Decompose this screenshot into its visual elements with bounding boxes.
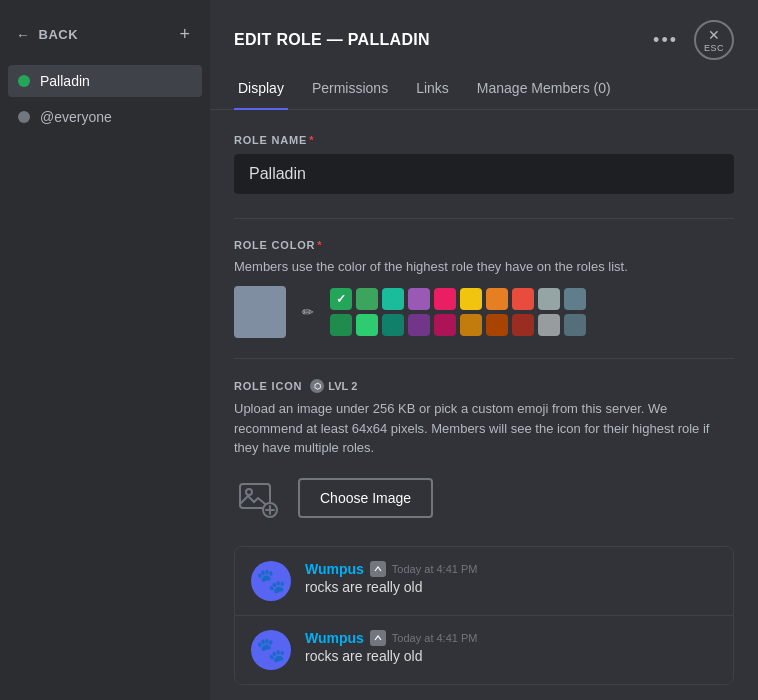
message-header-1: Wumpus Today at 4:41 PM [305,561,717,577]
page-title: EDIT ROLE — PALLADIN [234,31,430,49]
role-icon-badge [373,564,383,574]
role-icon-row: Choose Image [234,474,734,522]
wumpus-avatar-icon: 🐾 [256,567,286,595]
close-button[interactable]: ✕ ESC [694,20,734,60]
color-swatch-dark-blue-gray[interactable] [564,314,586,336]
role-icon-badge-2 [373,633,383,643]
color-swatch[interactable] [234,286,286,338]
color-swatch-dark-teal[interactable] [382,314,404,336]
color-swatch-light-green[interactable] [356,314,378,336]
role-icon-description: Upload an image under 256 KB or pick a c… [234,399,734,458]
avatar-1: 🐾 [251,561,291,601]
color-swatch-green-check[interactable] [330,288,352,310]
svg-rect-6 [373,633,383,643]
message-role-icon-2 [370,630,386,646]
role-name-label: ROLE NAME* [234,134,734,146]
divider-2 [234,358,734,359]
color-swatch-green[interactable] [356,288,378,310]
svg-point-1 [246,489,252,495]
sidebar-item-label: @everyone [40,109,112,125]
color-swatch-dark-red[interactable] [512,314,534,336]
content-area: ROLE NAME* ROLE COLOR* Members use the c… [210,110,758,700]
role-icon-section: ROLE ICON ⬡ LVL 2 Upload an image under … [234,379,734,522]
header-actions: ••• ✕ ESC [649,20,734,60]
color-swatch-orange[interactable] [486,288,508,310]
role-color-dot [18,111,30,123]
role-color-section: ROLE COLOR* Members use the color of the… [234,239,734,338]
sidebar-item-everyone[interactable]: @everyone [8,101,202,133]
esc-label: ESC [704,43,724,53]
sidebar-item-label: Palladin [40,73,90,89]
role-name-input[interactable] [234,154,734,194]
svg-rect-5 [373,564,383,574]
main-header: EDIT ROLE — PALLADIN ••• ✕ ESC [210,0,758,60]
color-swatch-dark-green[interactable] [330,314,352,336]
color-pencil-button[interactable]: ✏ [298,300,318,324]
message-username-1: Wumpus [305,561,364,577]
main-panel: EDIT ROLE — PALLADIN ••• ✕ ESC Display P… [210,0,758,700]
message-body-1: Wumpus Today at 4:41 PM rocks are really… [305,561,717,595]
color-row-2 [330,314,586,336]
color-swatch-dark-yellow[interactable] [460,314,482,336]
color-swatch-blue-gray[interactable] [564,288,586,310]
lvl-badge: ⬡ LVL 2 [310,379,357,393]
tab-permissions[interactable]: Permissions [308,68,392,110]
message-username-2: Wumpus [305,630,364,646]
wumpus-avatar-icon-2: 🐾 [256,636,286,664]
message-content-1: rocks are really old [305,579,717,595]
close-x-icon: ✕ [708,28,720,42]
sidebar-item-palladin[interactable]: Palladin [8,65,202,97]
color-grid [330,288,586,336]
message-item-2: 🐾 Wumpus Today at 4:41 PM [235,615,733,684]
preview-messages-container: 🐾 Wumpus Today at 4:41 PM [234,546,734,685]
divider [234,218,734,219]
role-color-dot [18,75,30,87]
sidebar: ← BACK + Palladin @everyone [0,0,210,700]
color-picker-row: ✏ [234,286,734,338]
color-swatch-dark-pink[interactable] [434,314,456,336]
message-timestamp-1: Today at 4:41 PM [392,563,478,575]
color-swatch-pink[interactable] [434,288,456,310]
tab-links[interactable]: Links [412,68,453,110]
message-header-2: Wumpus Today at 4:41 PM [305,630,717,646]
message-role-icon-1 [370,561,386,577]
role-color-label: ROLE COLOR* [234,239,734,251]
lvl-label: LVL 2 [328,380,357,392]
image-placeholder-button[interactable] [234,474,282,522]
lvl-icon: ⬡ [310,379,324,393]
color-swatch-teal[interactable] [382,288,404,310]
color-swatch-yellow[interactable] [460,288,482,310]
choose-image-button[interactable]: Choose Image [298,478,433,518]
color-swatch-red[interactable] [512,288,534,310]
message-item-1: 🐾 Wumpus Today at 4:41 PM [235,547,733,615]
tab-display[interactable]: Display [234,68,288,110]
image-add-icon [238,478,278,518]
tab-bar: Display Permissions Links Manage Members… [210,68,758,110]
back-label: BACK [39,27,79,42]
message-body-2: Wumpus Today at 4:41 PM rocks are really… [305,630,717,664]
back-arrow-icon: ← [16,27,31,43]
tab-manage-members[interactable]: Manage Members (0) [473,68,615,110]
color-swatch-dark-purple[interactable] [408,314,430,336]
role-color-description: Members use the color of the highest rol… [234,259,734,274]
color-row-1 [330,288,586,310]
message-timestamp-2: Today at 4:41 PM [392,632,478,644]
color-swatch-dark-orange[interactable] [486,314,508,336]
color-swatch-purple[interactable] [408,288,430,310]
more-options-button[interactable]: ••• [649,26,682,55]
add-role-button[interactable]: + [175,22,194,47]
message-content-2: rocks are really old [305,648,717,664]
color-swatch-gray[interactable] [538,288,560,310]
color-swatch-light-gray[interactable] [538,314,560,336]
avatar-2: 🐾 [251,630,291,670]
role-icon-header: ROLE ICON ⬡ LVL 2 [234,379,734,393]
role-name-section: ROLE NAME* [234,134,734,214]
role-icon-label: ROLE ICON [234,380,302,392]
back-button[interactable]: ← BACK + [8,16,202,53]
